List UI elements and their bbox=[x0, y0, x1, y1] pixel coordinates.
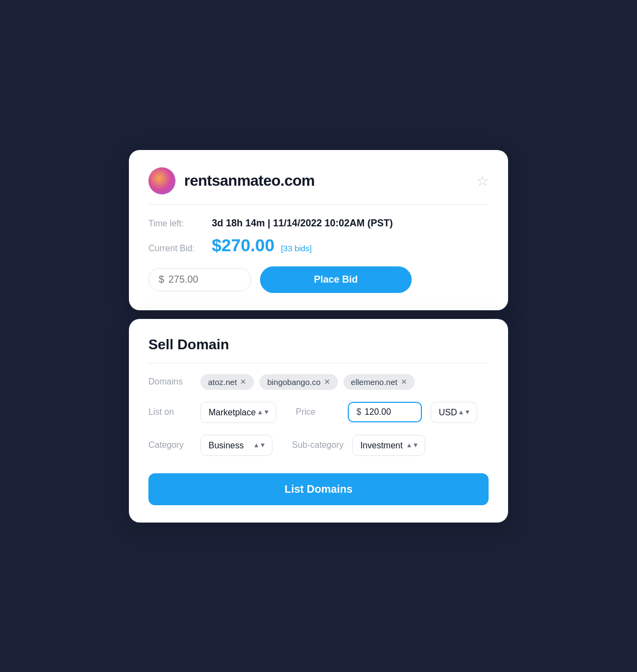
time-left-value: 3d 18h 14m | 11/14/2022 10:02AM (PST) bbox=[212, 218, 393, 229]
place-bid-button[interactable]: Place Bid bbox=[260, 266, 412, 293]
domain-left: rentsanmateo.com bbox=[148, 167, 315, 194]
price-input-wrapper: $ bbox=[348, 402, 422, 422]
domain-logo-icon bbox=[148, 167, 176, 194]
price-label: Price bbox=[296, 407, 339, 417]
list-domains-button[interactable]: List Domains bbox=[148, 473, 489, 505]
bid-input-wrapper: $ bbox=[148, 268, 251, 291]
sell-domain-title: Sell Domain bbox=[148, 336, 489, 363]
currency-select[interactable]: USD EUR GBP bbox=[431, 402, 477, 423]
current-bid-row: Current Bid: $270.00 [33 bids] bbox=[148, 236, 489, 256]
bid-dollar-sign: $ bbox=[159, 274, 164, 285]
domain-tag-1: atoz.net ✕ bbox=[200, 374, 254, 390]
domain-name: rentsanmateo.com bbox=[184, 172, 315, 190]
favorite-icon[interactable]: ☆ bbox=[476, 174, 489, 188]
domain-tag-2-name: bingobango.co bbox=[267, 377, 320, 387]
list-on-select[interactable]: Marketplace Auction bbox=[200, 402, 276, 423]
sell-domain-card: Sell Domain Domains atoz.net ✕ bingobang… bbox=[129, 319, 508, 523]
list-on-label: List on bbox=[148, 407, 192, 417]
page-wrapper: rentsanmateo.com ☆ Time left: 3d 18h 14m… bbox=[129, 150, 508, 523]
domain-header: rentsanmateo.com ☆ bbox=[148, 167, 489, 205]
bid-area: $ Place Bid bbox=[148, 266, 489, 293]
time-left-label: Time left: bbox=[148, 219, 205, 229]
subcategory-select[interactable]: Investment Real Estate Finance Other bbox=[352, 435, 425, 456]
current-bid-label: Current Bid: bbox=[148, 244, 205, 253]
domain-tags: atoz.net ✕ bingobango.co ✕ ellemeno.net … bbox=[200, 374, 415, 390]
domain-tag-1-name: atoz.net bbox=[208, 377, 237, 387]
domain-tag-1-remove[interactable]: ✕ bbox=[240, 378, 246, 386]
domain-tag-3-remove[interactable]: ✕ bbox=[401, 378, 407, 386]
time-left-row: Time left: 3d 18h 14m | 11/14/2022 10:02… bbox=[148, 218, 489, 229]
domain-tag-2-remove[interactable]: ✕ bbox=[324, 378, 330, 386]
list-on-price-row: List on Marketplace Auction ▲▼ Price $ U… bbox=[148, 402, 489, 423]
domain-tag-3-name: ellemeno.net bbox=[351, 377, 398, 387]
bids-badge: [33 bids] bbox=[281, 244, 312, 253]
domains-row: Domains atoz.net ✕ bingobango.co ✕ ellem… bbox=[148, 374, 489, 390]
category-select-wrapper: Business Technology Health Finance ▲▼ bbox=[200, 435, 272, 456]
currency-select-wrapper: USD EUR GBP ▲▼ bbox=[431, 402, 477, 423]
domain-tag-3: ellemeno.net ✕ bbox=[343, 374, 415, 390]
category-select[interactable]: Business Technology Health Finance bbox=[200, 435, 272, 456]
price-dollar-sign: $ bbox=[356, 407, 361, 417]
auction-card: rentsanmateo.com ☆ Time left: 3d 18h 14m… bbox=[129, 150, 508, 310]
category-row: Category Business Technology Health Fina… bbox=[148, 435, 489, 456]
subcategory-select-wrapper: Investment Real Estate Finance Other ▲▼ bbox=[352, 435, 425, 456]
list-on-select-wrapper: Marketplace Auction ▲▼ bbox=[200, 402, 276, 423]
bid-input[interactable] bbox=[168, 274, 228, 285]
domains-label: Domains bbox=[148, 377, 192, 387]
price-input[interactable] bbox=[365, 407, 413, 417]
current-bid-value: $270.00 bbox=[212, 236, 275, 256]
domain-tag-2: bingobango.co ✕ bbox=[259, 374, 337, 390]
subcategory-label: Sub-category bbox=[292, 440, 343, 450]
category-label: Category bbox=[148, 440, 192, 450]
